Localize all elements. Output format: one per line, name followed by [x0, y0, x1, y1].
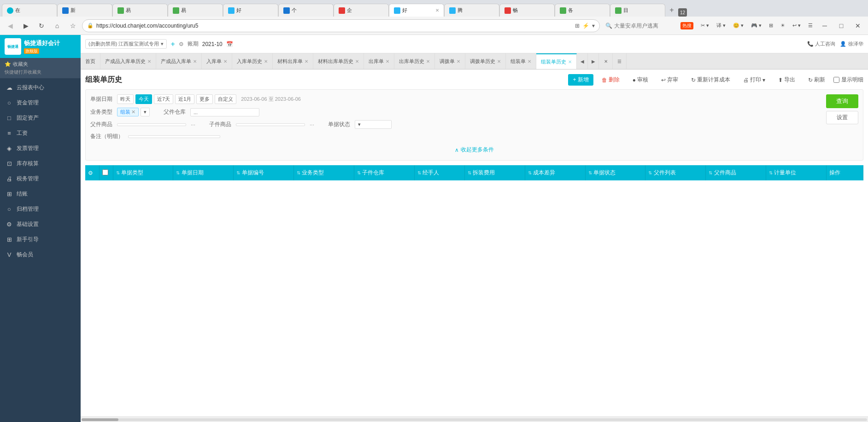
parent-warehouse-select[interactable]: ... [190, 108, 259, 116]
child-goods-more[interactable]: ··· [310, 121, 314, 128]
col-handler[interactable]: ⇅ 经手人 [414, 165, 464, 180]
menu-btn[interactable]: ☰ [806, 22, 815, 29]
parent-goods-more[interactable]: ··· [191, 121, 195, 128]
browser-tab-4[interactable]: 易 [168, 4, 223, 17]
back-button[interactable]: ◀ [4, 19, 17, 32]
show-details-label[interactable]: 显示明细 [833, 76, 863, 84]
tab-inbound[interactable]: 入库单 ✕ [202, 53, 232, 69]
sidebar-item-tax[interactable]: 🖨 税务管理 [0, 171, 81, 186]
show-details-checkbox[interactable] [833, 77, 839, 83]
tab-transfer-history[interactable]: 调拨单历史 ✕ [465, 53, 506, 69]
tab-inbound-history[interactable]: 入库单历史 ✕ [232, 53, 273, 69]
sidebar-item-settings[interactable]: ⚙ 基础设置 [0, 217, 81, 232]
select-all-checkbox[interactable] [102, 169, 108, 175]
address-bar[interactable]: 🔒 https://cloud.chanjet.com/accounting/u… [82, 19, 600, 32]
tab-nav-right[interactable]: ▶ [588, 53, 599, 69]
biz-tag-close[interactable]: ✕ [131, 109, 135, 115]
tab-close-matout[interactable]: ✕ [305, 59, 308, 64]
tab-finished-goods-history[interactable]: 产成品入库单历史 ✕ [100, 53, 156, 69]
col-doc-no[interactable]: ⇅ 单据编号 [234, 165, 294, 180]
translate-btn[interactable]: 译 ▾ [715, 21, 727, 30]
browser-tab-12[interactable]: 目 [610, 4, 665, 17]
custom-btn[interactable]: 自定义 [215, 94, 236, 104]
tab-material-out[interactable]: 材料出库单 ✕ [273, 53, 313, 69]
favorites-sub[interactable]: 快捷键打开收藏夹 [5, 69, 76, 75]
query-button[interactable]: 查询 [826, 94, 858, 108]
print-button[interactable]: 🖨 打印 ▾ [739, 74, 770, 86]
parent-goods-input[interactable] [117, 123, 186, 126]
browser-tab-6[interactable]: 个 [278, 4, 334, 17]
collapse-button[interactable]: ∧ 收起更多条件 [90, 144, 858, 156]
browser-tab-2[interactable]: 新 [57, 4, 112, 17]
tab-outbound[interactable]: 出库单 ✕ [364, 53, 394, 69]
abandon-button[interactable]: ↩ 弃审 [657, 74, 683, 86]
forward-button[interactable]: ▶ [19, 19, 32, 32]
reload-button[interactable]: ↻ [35, 19, 48, 32]
refresh-button[interactable]: ↻ 刷新 [803, 74, 830, 86]
search-input[interactable] [614, 23, 679, 29]
qr-icon[interactable]: ⊞ [575, 23, 580, 29]
calendar-icon[interactable]: 📅 [226, 41, 233, 47]
scissors-btn[interactable]: ✂ ▾ [699, 22, 711, 29]
browser-tab-10[interactable]: 畅 [499, 4, 555, 17]
new-tab-button[interactable]: + [665, 4, 678, 17]
col-cost-diff[interactable]: ⇅ 成本差异 [525, 165, 585, 180]
browser-tab-1[interactable]: 在 [2, 4, 57, 17]
home-button[interactable]: ⌂ [51, 19, 64, 32]
col-unit[interactable]: ⇅ 计量单位 [766, 165, 827, 180]
sidebar-item-guide[interactable]: ⊞ 新手引导 [0, 232, 81, 247]
sun-btn[interactable]: ☀ [779, 22, 787, 29]
sidebar-item-salary[interactable]: ≡ 工资 [0, 126, 81, 141]
sidebar-item-invoice[interactable]: ◈ 发票管理 [0, 141, 81, 156]
customer-service[interactable]: 📞 人工咨询 [807, 40, 835, 47]
tab-nav-options[interactable]: ☰ [613, 53, 627, 69]
tab-close-fg[interactable]: ✕ [193, 59, 197, 64]
tab-finished-goods[interactable]: 产成品入库单 ✕ [156, 53, 202, 69]
sidebar-item-inventory[interactable]: ⊡ 库存核算 [0, 156, 81, 171]
col-child-warehouse[interactable]: ⇅ 子件仓库 [354, 165, 414, 180]
minimize-button[interactable]: ─ [818, 19, 831, 32]
tab-close-assembly[interactable]: ✕ [528, 59, 531, 64]
company-selector[interactable]: (勿删勿禁用) 江西服宝测试专用 ▾ [85, 39, 167, 49]
tab-transfer[interactable]: 调拨单 ✕ [435, 53, 465, 69]
yesterday-btn[interactable]: 昨天 [117, 94, 134, 104]
add-company-btn[interactable]: + [170, 40, 175, 48]
col-parent-goods[interactable]: ⇅ 父件商品 [706, 165, 766, 180]
sidebar-item-member[interactable]: V 畅会员 [0, 247, 81, 262]
tab-close-8[interactable]: ✕ [435, 8, 439, 13]
table-settings-icon[interactable]: ⚙ [88, 170, 93, 176]
grid-btn[interactable]: ⊞ [767, 22, 775, 29]
1month-btn[interactable]: 近1月 [175, 94, 194, 104]
browser-tab-8[interactable]: 好 ✕ [389, 4, 444, 17]
tab-close-outboundh[interactable]: ✕ [426, 59, 430, 64]
sidebar-item-reports[interactable]: ☁ 云报表中心 [0, 80, 81, 95]
close-window-button[interactable]: ✕ [851, 19, 864, 32]
delete-button[interactable]: 🗑 删除 [597, 74, 624, 86]
col-doc-type[interactable]: ⇅ 单据类型 [113, 165, 173, 180]
add-button[interactable]: + 新增 [568, 74, 593, 86]
sidebar-item-finance[interactable]: ○ 资金管理 [0, 95, 81, 110]
browser-tab-11[interactable]: 各 [555, 4, 610, 17]
tab-close-matouth[interactable]: ✕ [355, 59, 359, 64]
filter-settings-button[interactable]: 设置 [826, 111, 858, 124]
col-parent-list[interactable]: ⇅ 父件列表 [645, 165, 706, 180]
tab-close-transfer[interactable]: ✕ [457, 59, 460, 64]
tab-close-inboundh[interactable]: ✕ [264, 59, 268, 64]
tab-close-fgh[interactable]: ✕ [147, 59, 151, 64]
scrollbar-track[interactable] [82, 418, 867, 421]
lightning-icon[interactable]: ⚡ [582, 23, 589, 29]
tab-assembly[interactable]: 组装单 ✕ [506, 53, 536, 69]
remarks-input[interactable] [128, 135, 220, 138]
more-btn[interactable]: 更多 [196, 94, 213, 104]
user-info[interactable]: 👤 徐泽华 [840, 40, 863, 47]
browser-tab-5[interactable]: 好 [223, 4, 278, 17]
approve-button[interactable]: ● 审核 [628, 74, 653, 86]
tab-home[interactable]: 首页 [81, 53, 100, 69]
browser-tab-7[interactable]: 企 [334, 4, 389, 17]
tab-close-transferh[interactable]: ✕ [497, 59, 501, 64]
col-doc-date[interactable]: ⇅ 单据日期 [173, 165, 234, 180]
tab-close-inbound[interactable]: ✕ [223, 59, 227, 64]
col-doc-status[interactable]: ⇅ 单据状态 [585, 165, 645, 180]
undo-btn[interactable]: ↩ ▾ [791, 22, 803, 29]
horizontal-scrollbar[interactable] [81, 416, 868, 422]
